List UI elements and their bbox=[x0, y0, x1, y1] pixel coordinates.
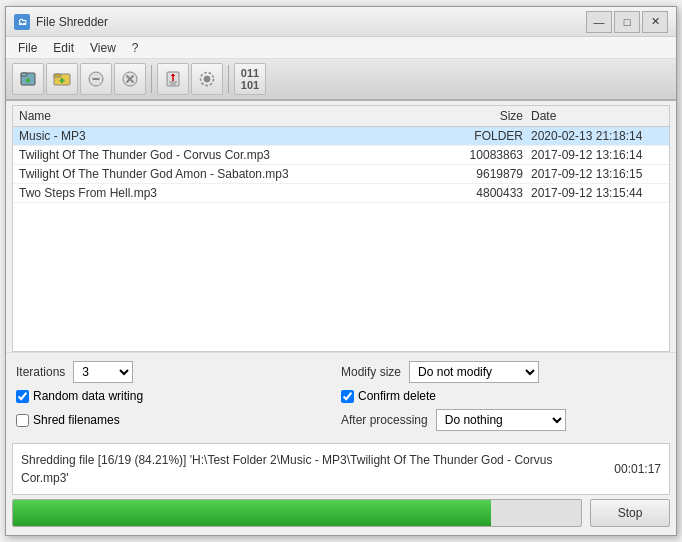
settings-button[interactable] bbox=[191, 63, 223, 95]
svg-rect-5 bbox=[54, 74, 61, 77]
option-iterations: Iterations 3 1 7 35 bbox=[16, 361, 341, 383]
options-row-1: Iterations 3 1 7 35 Modify size Do not m… bbox=[16, 361, 666, 383]
col-size: Size bbox=[423, 109, 523, 123]
iterations-select[interactable]: 3 1 7 35 bbox=[73, 361, 133, 383]
file-size: 9619879 bbox=[423, 167, 523, 181]
svg-rect-1 bbox=[21, 73, 27, 76]
menu-file[interactable]: File bbox=[10, 39, 45, 57]
file-date: 2017-09-12 13:15:44 bbox=[523, 186, 663, 200]
menu-bar: File Edit View ? bbox=[6, 37, 676, 59]
table-row[interactable]: Music - MP3 FOLDER 2020-02-13 21:18:14 bbox=[13, 127, 669, 146]
confirm-delete-text: Confirm delete bbox=[358, 389, 436, 403]
file-name: Twilight Of The Thunder God - Corvus Cor… bbox=[19, 148, 423, 162]
file-size: 10083863 bbox=[423, 148, 523, 162]
minimize-button[interactable]: — bbox=[586, 11, 612, 33]
svg-point-17 bbox=[204, 76, 210, 82]
col-date: Date bbox=[523, 109, 663, 123]
option-after-processing: After processing Do nothing Shutdown Res… bbox=[341, 409, 666, 431]
menu-help[interactable]: ? bbox=[124, 39, 147, 57]
confirm-delete-checkbox[interactable] bbox=[341, 390, 354, 403]
file-list-body: Music - MP3 FOLDER 2020-02-13 21:18:14 T… bbox=[13, 127, 669, 351]
file-list-header: Name Size Date bbox=[13, 106, 669, 127]
file-size: FOLDER bbox=[423, 129, 523, 143]
status-text: Shredding file [16/19 (84.21%)] 'H:\Test… bbox=[21, 451, 591, 487]
progress-bar-container bbox=[12, 499, 582, 527]
iterations-label: Iterations bbox=[16, 365, 65, 379]
menu-edit[interactable]: Edit bbox=[45, 39, 82, 57]
after-processing-label: After processing bbox=[341, 413, 428, 427]
option-confirm-delete: Confirm delete bbox=[341, 389, 666, 403]
table-row[interactable]: Twilight Of The Thunder God - Corvus Cor… bbox=[13, 146, 669, 165]
shred-filenames-label[interactable]: Shred filenames bbox=[16, 413, 120, 427]
file-name: Two Steps From Hell.mp3 bbox=[19, 186, 423, 200]
clear-button[interactable] bbox=[114, 63, 146, 95]
timer-display: 00:01:17 bbox=[601, 462, 661, 476]
file-list: Name Size Date Music - MP3 FOLDER 2020-0… bbox=[12, 105, 670, 352]
window-icon: 🗂 bbox=[14, 14, 30, 30]
file-name: Music - MP3 bbox=[19, 129, 423, 143]
file-name: Twilight Of The Thunder God Amon - Sabat… bbox=[19, 167, 423, 181]
toolbar-separator-1 bbox=[151, 65, 152, 93]
progress-bar-fill bbox=[13, 500, 491, 526]
progress-area: Stop bbox=[6, 499, 676, 535]
file-date: 2017-09-12 13:16:14 bbox=[523, 148, 663, 162]
add-files-button[interactable] bbox=[12, 63, 44, 95]
toolbar-separator-2 bbox=[228, 65, 229, 93]
menu-view[interactable]: View bbox=[82, 39, 124, 57]
toolbar: 011101 bbox=[6, 59, 676, 101]
add-folder-button[interactable] bbox=[46, 63, 78, 95]
shred-filenames-text: Shred filenames bbox=[33, 413, 120, 427]
random-data-label[interactable]: Random data writing bbox=[16, 389, 143, 403]
confirm-delete-label[interactable]: Confirm delete bbox=[341, 389, 436, 403]
modify-size-label: Modify size bbox=[341, 365, 401, 379]
file-date: 2020-02-13 21:18:14 bbox=[523, 129, 663, 143]
file-size: 4800433 bbox=[423, 186, 523, 200]
options-area: Iterations 3 1 7 35 Modify size Do not m… bbox=[6, 352, 676, 439]
col-name: Name bbox=[19, 109, 423, 123]
main-window: 🗂 File Shredder — □ ✕ File Edit View ? bbox=[5, 6, 677, 536]
table-row[interactable]: Two Steps From Hell.mp3 4800433 2017-09-… bbox=[13, 184, 669, 203]
file-date: 2017-09-12 13:16:15 bbox=[523, 167, 663, 181]
shred-filenames-checkbox[interactable] bbox=[16, 414, 29, 427]
maximize-button[interactable]: □ bbox=[614, 11, 640, 33]
title-bar: 🗂 File Shredder — □ ✕ bbox=[6, 7, 676, 37]
stop-button[interactable]: Stop bbox=[590, 499, 670, 527]
random-data-text: Random data writing bbox=[33, 389, 143, 403]
remove-button[interactable] bbox=[80, 63, 112, 95]
random-data-checkbox[interactable] bbox=[16, 390, 29, 403]
options-row-3: Shred filenames After processing Do noth… bbox=[16, 409, 666, 431]
after-processing-select[interactable]: Do nothing Shutdown Restart Hibernate bbox=[436, 409, 566, 431]
shred-files-button[interactable] bbox=[157, 63, 189, 95]
close-button[interactable]: ✕ bbox=[642, 11, 668, 33]
options-row-2: Random data writing Confirm delete bbox=[16, 389, 666, 403]
option-shred-filenames: Shred filenames bbox=[16, 413, 341, 427]
option-random-data: Random data writing bbox=[16, 389, 341, 403]
about-button[interactable]: 011101 bbox=[234, 63, 266, 95]
table-row[interactable]: Twilight Of The Thunder God Amon - Sabat… bbox=[13, 165, 669, 184]
status-area: Shredding file [16/19 (84.21%)] 'H:\Test… bbox=[12, 443, 670, 495]
modify-size-select[interactable]: Do not modify Random size Zero size bbox=[409, 361, 539, 383]
title-buttons: — □ ✕ bbox=[586, 11, 668, 33]
window-title: File Shredder bbox=[36, 15, 586, 29]
option-modify-size: Modify size Do not modify Random size Ze… bbox=[341, 361, 666, 383]
